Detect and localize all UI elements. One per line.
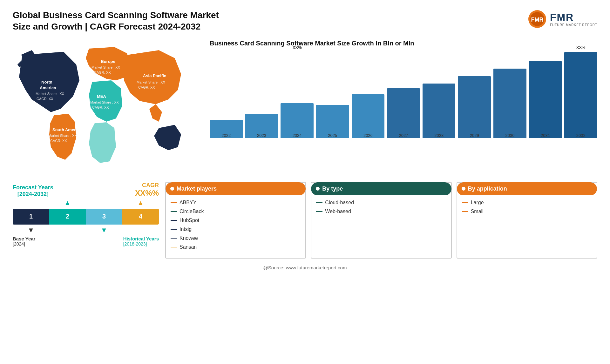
source-bar: @Source: www.futuremarketreport.com <box>13 265 597 270</box>
by-application-name: Small <box>471 209 484 214</box>
asia-pacific-cagr: CAGR: XX <box>138 85 155 89</box>
bar-label-2030: 2030 <box>505 133 514 138</box>
bar-label-2022: 2022 <box>221 133 231 138</box>
market-players-title: Market players <box>177 185 217 192</box>
by-type-item: Web-based <box>316 209 446 214</box>
europe-share: Market Share : XX <box>92 65 120 69</box>
bar-col-2025: 2025 <box>316 52 349 138</box>
bar-col-2023: 2023 <box>245 52 278 138</box>
market-player-name: Sansan <box>180 244 197 250</box>
bar-chart: 20222023XX%20242025202620272028202920302… <box>210 52 597 147</box>
by-application-box: By application LargeSmall <box>457 182 597 259</box>
bar-col-2032: XX%2032 <box>564 52 597 138</box>
south-america-label: South America <box>52 127 82 132</box>
by-type-header: By type <box>311 182 451 195</box>
by-type-name: Cloud-based <box>325 200 354 206</box>
south-america-region: South America Market Share : XX CAGR: XX <box>48 114 82 160</box>
by-application-name: Large <box>471 200 484 206</box>
market-player-item: ABBYY <box>171 200 301 206</box>
forecast-arrow-up: ▲ <box>49 199 86 207</box>
cagr-value: XX%% <box>135 189 159 198</box>
cagr-label: CAGR <box>135 182 159 189</box>
asia-pacific-label: Asia Pacific <box>143 73 166 78</box>
market-player-name: ABBYY <box>180 200 196 206</box>
logo-sub: FUTURE MARKET REPORT <box>550 23 597 27</box>
market-player-item: HubSpot <box>171 218 301 223</box>
hist-arrow-down: ▼ <box>86 226 122 234</box>
logo-area: FMR FMR FUTURE MARKET REPORT <box>528 10 597 29</box>
by-type-item: Cloud-based <box>316 200 446 206</box>
by-application-title: By application <box>468 185 507 192</box>
by-application-item: Small <box>462 209 592 214</box>
bar-2030 <box>493 69 526 138</box>
market-players-header: Market players <box>166 182 306 195</box>
base-arrow-down: ▼ <box>13 226 49 234</box>
timeline-seg-3: 3 <box>86 209 122 225</box>
europe-label: Europe <box>101 59 115 64</box>
market-player-item: Sansan <box>171 244 301 250</box>
bar-label-2027: 2027 <box>399 133 408 138</box>
logo-fmr: FMR <box>550 11 574 23</box>
by-type-dot <box>316 187 320 191</box>
timeline-seg-2: 2 <box>49 209 86 225</box>
logo-icon: FMR <box>528 10 547 29</box>
bar-pct-2024: XX% <box>293 45 302 50</box>
market-player-item: CircleBack <box>171 209 301 214</box>
bar-2028 <box>423 84 456 138</box>
bar-label-2023: 2023 <box>257 133 266 138</box>
north-america-share: Market Share : XX <box>36 92 64 96</box>
bar-label-2028: 2028 <box>434 133 444 138</box>
market-players-box: Market players ABBYYCircleBackHubSpotInt… <box>165 182 306 259</box>
forecast-years-label: Forecast Years <box>13 184 53 191</box>
bar-col-2022: 2022 <box>210 52 243 138</box>
bar-2029 <box>458 76 491 138</box>
north-america-cagr: CAGR: XX <box>37 97 53 101</box>
bar-label-2031: 2031 <box>541 133 550 138</box>
page-header: Global Business Card Scanning Software M… <box>13 10 597 33</box>
historical-value: [2018-2023] <box>123 241 159 246</box>
bar-col-2027: 2027 <box>387 52 420 138</box>
market-players-dot <box>170 187 174 191</box>
forecast-range-label: [2024-2032] <box>13 191 53 198</box>
category-boxes: Market players ABBYYCircleBackHubSpotInt… <box>165 182 597 259</box>
north-america-label: North <box>41 80 52 84</box>
by-type-name: Web-based <box>325 209 351 214</box>
north-america-label2: America <box>40 85 56 90</box>
by-application-header: By application <box>457 182 597 195</box>
bar-2026 <box>352 94 385 138</box>
timeline-seg-4: 4 <box>122 209 159 225</box>
asia-pacific-region: Asia Pacific Market Share : XX CAGR: XX <box>124 50 181 150</box>
by-application-body: LargeSmall <box>457 195 597 222</box>
bar-label-2032: 2032 <box>576 133 586 138</box>
south-america-cagr: CAGR: XX <box>50 139 67 143</box>
historical-label: Historical Years <box>123 236 159 241</box>
mea-region: MEA Market Share : XX CAGR: XX <box>89 80 122 122</box>
market-player-item: Knowee <box>171 235 301 241</box>
market-players-body: ABBYYCircleBackHubSpotIntsigKnoweeSansan <box>166 195 305 258</box>
bar-col-2028: 2028 <box>423 52 456 138</box>
bar-2031 <box>529 61 562 138</box>
bar-2024 <box>281 103 314 138</box>
market-player-item: Intsig <box>171 226 301 232</box>
bar-col-2029: 2029 <box>458 52 491 138</box>
mea-label: MEA <box>97 94 106 99</box>
by-application-item: Large <box>462 200 592 206</box>
bar-label-2025: 2025 <box>328 133 337 138</box>
north-america-region: North America Market Share : XX CAGR: XX <box>17 50 79 112</box>
bar-label-2024: 2024 <box>293 133 302 138</box>
bar-label-2026: 2026 <box>363 133 373 138</box>
bar-2027 <box>387 88 420 138</box>
logo-text: FMR FUTURE MARKET REPORT <box>550 11 597 27</box>
chart-section: Business Card Scanning Software Market S… <box>203 39 597 176</box>
base-year-label: Base Year <box>13 236 35 241</box>
chart-title: Business Card Scanning Software Market S… <box>210 39 597 47</box>
market-player-name: Intsig <box>180 226 192 232</box>
svg-text:FMR: FMR <box>531 17 543 23</box>
by-type-title: By type <box>322 185 343 192</box>
bar-pct-2032: XX% <box>576 45 586 50</box>
bar-col-2026: 2026 <box>352 52 385 138</box>
timeline-bar: 1 2 3 4 <box>13 209 159 225</box>
bar-col-2024: XX%2024 <box>281 52 314 138</box>
market-player-name: CircleBack <box>180 209 204 214</box>
main-grid: North America Market Share : XX CAGR: XX… <box>13 39 597 259</box>
